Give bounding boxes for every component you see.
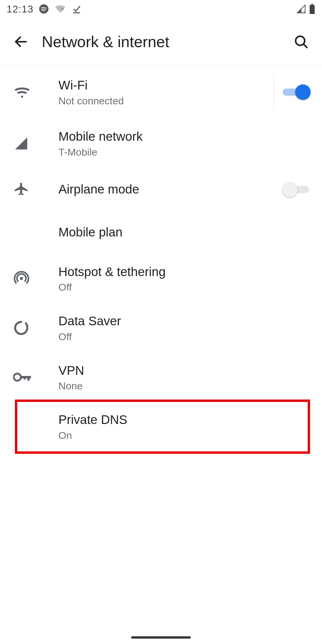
vpn-sub: None [58, 380, 261, 392]
svg-rect-12 [24, 376, 26, 380]
svg-point-8 [20, 277, 23, 280]
back-button[interactable] [13, 34, 31, 49]
arrow-back-icon [13, 34, 29, 49]
vpn-key-icon [13, 371, 32, 383]
svg-point-9 [14, 374, 21, 381]
row-data-saver[interactable]: Data Saver Off [0, 303, 322, 353]
svg-line-7 [304, 44, 307, 47]
battery-icon [309, 4, 315, 14]
mobile-label: Mobile network [58, 129, 261, 145]
row-wifi[interactable]: Wi-Fi Not connected [0, 66, 322, 119]
svg-rect-3 [310, 5, 315, 14]
wifi-sub: Not connected [58, 95, 261, 107]
search-icon [293, 34, 309, 49]
svg-text:?: ? [61, 7, 64, 12]
data-saver-icon [13, 320, 29, 336]
svg-rect-4 [311, 4, 313, 5]
airplane-label: Airplane mode [58, 182, 261, 197]
wifi-label: Wi-Fi [58, 78, 261, 93]
gesture-nav-pill[interactable] [131, 636, 191, 639]
spotify-icon [39, 4, 49, 14]
hotspot-sub: Off [58, 281, 261, 293]
page-title: Network & internet [31, 33, 291, 51]
row-private-dns[interactable]: Private DNS On [0, 402, 322, 451]
app-bar: Network & internet [0, 18, 322, 66]
hotspot-label: Hotspot & tethering [58, 264, 261, 280]
search-button[interactable] [291, 34, 309, 49]
wifi-divider [274, 76, 274, 109]
cellular-icon [13, 135, 29, 151]
svg-rect-11 [27, 376, 30, 381]
airplane-toggle[interactable] [283, 182, 309, 197]
private-dns-sub: On [58, 430, 261, 441]
status-time: 12:13 [7, 3, 33, 15]
status-bar: 12:13 ? x [0, 0, 322, 18]
row-mobile-plan[interactable]: Mobile plan [0, 211, 322, 254]
svg-text:x: x [303, 10, 305, 14]
mobile-plan-label: Mobile plan [58, 225, 261, 240]
vpn-label: VPN [58, 363, 261, 379]
wifi-icon [13, 85, 31, 99]
download-done-icon [72, 4, 82, 14]
wifi-toggle[interactable] [283, 84, 309, 100]
row-hotspot[interactable]: Hotspot & tethering Off [0, 254, 322, 304]
data-saver-label: Data Saver [58, 313, 261, 329]
signal-no-data-icon: x [296, 4, 306, 14]
row-vpn[interactable]: VPN None [0, 353, 322, 402]
settings-list: Wi-Fi Not connected Mobile network T-Mob… [0, 66, 322, 451]
row-mobile-network[interactable]: Mobile network T-Mobile [0, 119, 322, 168]
hotspot-icon [13, 270, 30, 287]
data-saver-sub: Off [58, 331, 261, 343]
wifi-unknown-icon: ? [54, 4, 66, 14]
airplane-icon [13, 181, 30, 198]
mobile-sub: T-Mobile [58, 146, 261, 158]
private-dns-label: Private DNS [58, 412, 261, 428]
row-airplane[interactable]: Airplane mode [0, 168, 322, 211]
